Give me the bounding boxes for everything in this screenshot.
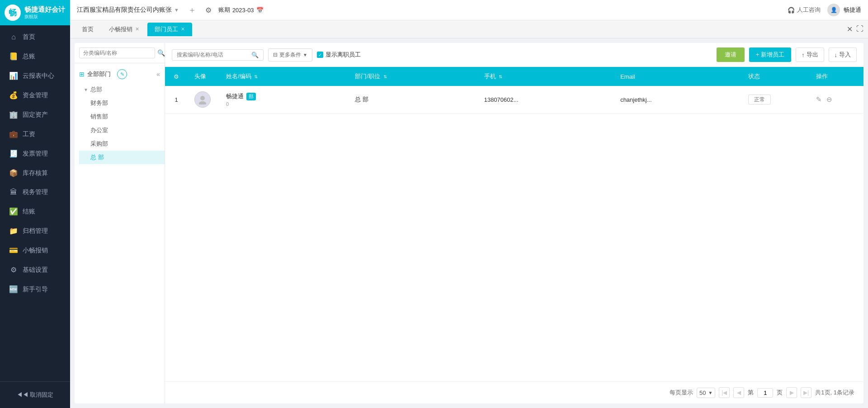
page-next-button[interactable]: ▶ — [786, 387, 797, 398]
dept-collapse-icon[interactable]: « — [156, 71, 160, 78]
expense-icon: 💳 — [9, 246, 18, 255]
dept-item-purchase[interactable]: 采购部 — [79, 137, 165, 151]
expand-icon[interactable]: ⛶ — [856, 25, 863, 33]
sidebar-item-archive[interactable]: 📁 归档管理 — [0, 221, 70, 241]
invoice-icon: 🧾 — [9, 149, 18, 158]
dept-group-header-root[interactable]: ▼ 总部 — [79, 83, 165, 96]
row-phone: 138070602... — [477, 86, 613, 114]
leave-employee-button[interactable]: ⊖ — [826, 95, 832, 104]
checkout-icon: ✅ — [9, 207, 18, 216]
filter-button[interactable]: ⊟ 更多条件 ▼ — [268, 48, 312, 62]
tab-department[interactable]: 部门员工 ✕ — [147, 23, 192, 36]
dept-edit-button[interactable]: ✎ — [117, 69, 127, 79]
import-button[interactable]: ↓ 导入 — [829, 47, 857, 62]
col-header-name[interactable]: 姓名/编码 ⇅ — [219, 67, 348, 86]
dept-item-office-label: 办公室 — [90, 127, 108, 133]
period-value: 2023-03 — [232, 7, 254, 14]
sidebar-item-guide[interactable]: 🆕 新手引导 — [0, 280, 70, 299]
sidebar-item-expense[interactable]: 💳 小畅报销 — [0, 241, 70, 260]
show-resigned-checkbox[interactable]: ✓ — [317, 52, 323, 58]
sidebar-item-guide-label: 新手引导 — [23, 285, 48, 294]
dept-item-finance-label: 财务部 — [90, 100, 108, 106]
col-header-settings[interactable]: ⚙ — [165, 67, 188, 86]
support-button[interactable]: 🎧 人工咨询 — [788, 6, 821, 14]
sidebar-item-expense-label: 小畅报销 — [23, 247, 48, 255]
employee-search-input[interactable] — [177, 52, 249, 58]
sidebar-item-assets[interactable]: 🏢 固定资产 — [0, 105, 70, 124]
sidebar-item-assets-label: 固定资产 — [23, 111, 48, 119]
col-header-dept[interactable]: 部门/职位 ⇅ — [348, 67, 477, 86]
tab-home[interactable]: 首页 — [75, 23, 101, 36]
sidebar-item-capital-label: 资金管理 — [23, 91, 48, 100]
arrow-down-icon: ▼ — [84, 87, 88, 92]
sort-name-icon: ⇅ — [254, 74, 258, 79]
sidebar-item-inventory[interactable]: 📦 库存核算 — [0, 163, 70, 183]
checkmark-icon: ✓ — [318, 52, 322, 57]
sidebar-item-home[interactable]: ⌂ 首页 — [0, 28, 70, 47]
tab-expense-label: 小畅报销 — [109, 25, 132, 33]
export-button[interactable]: ↑ 导出 — [796, 47, 824, 62]
dept-item-finance[interactable]: 财务部 — [79, 96, 165, 110]
search-icon[interactable]: 🔍 — [251, 52, 259, 58]
dept-item-office[interactable]: 办公室 — [79, 123, 165, 137]
invite-label: 邀请 — [725, 51, 736, 58]
sidebar-item-reports[interactable]: 📊 云报表中心 — [0, 66, 70, 85]
company-selector[interactable]: 江西服宝精品有限责任公司内账张 ▼ — [77, 6, 179, 14]
main-area: 江西服宝精品有限责任公司内账张 ▼ ＋ ⚙ 账期 2023-03 📅 🎧 人工咨… — [70, 0, 868, 408]
dept-search-icon[interactable]: 🔍 — [157, 49, 165, 57]
reports-icon: 📊 — [9, 71, 18, 80]
inventory-icon: 📦 — [9, 169, 18, 177]
cancel-pin-button[interactable]: ◀◀ 取消固定 — [0, 386, 70, 403]
per-page-select[interactable]: 50 ▼ — [697, 388, 715, 398]
sidebar-item-tax[interactable]: 🏛 税务管理 — [0, 183, 70, 202]
add-employee-button[interactable]: + 新增员工 — [749, 47, 791, 62]
dept-item-sales-label: 销售部 — [90, 113, 108, 120]
sidebar-item-capital[interactable]: 💰 资金管理 — [0, 85, 70, 105]
add-account-button[interactable]: ＋ — [186, 5, 198, 15]
dept-all-button[interactable]: ⊞ 全部部门 ✎ « — [75, 66, 165, 83]
dept-item-general[interactable]: 总 部 — [79, 151, 165, 164]
sidebar-item-ledger[interactable]: 📒 总账 — [0, 47, 70, 66]
dept-search-input[interactable] — [79, 47, 155, 58]
dept-tree: ⊞ 全部部门 ✎ « ▼ 总部 财务部 销 — [75, 63, 165, 403]
tab-expense[interactable]: 小畅报销 ✕ — [102, 23, 146, 36]
page-first-button[interactable]: |◀ — [719, 387, 730, 398]
sidebar-item-payroll[interactable]: 💼 工资 — [0, 124, 70, 144]
calendar-icon[interactable]: 📅 — [256, 7, 264, 14]
row-email: chanjethkj... — [613, 86, 741, 114]
edit-employee-button[interactable]: ✎ — [816, 95, 822, 104]
employee-panel: 🔍 ⊟ 更多条件 ▼ ✓ 显示离职员工 — [165, 43, 863, 403]
per-page-label: 每页显示 — [670, 389, 693, 397]
home-icon: ⌂ — [9, 33, 18, 41]
page-last-button[interactable]: ▶| — [801, 387, 811, 398]
sidebar-item-invoice[interactable]: 🧾 发票管理 — [0, 144, 70, 163]
page-input[interactable] — [757, 388, 773, 398]
import-icon: ↓ — [835, 52, 838, 58]
sidebar-item-settings[interactable]: ⚙ 基础设置 — [0, 260, 70, 280]
topbar-settings-icon[interactable]: ⚙ — [205, 6, 212, 14]
export-icon: ↑ — [802, 52, 805, 58]
close-panel-icon[interactable]: ✕ — [847, 25, 853, 33]
show-resigned-checkbox-label[interactable]: ✓ 显示离职员工 — [317, 51, 361, 59]
sidebar-item-checkout[interactable]: ✅ 结账 — [0, 202, 70, 221]
dept-group-root: ▼ 总部 财务部 销售部 办公室 采购部 — [75, 83, 165, 164]
dept-all-label: 全部部门 — [87, 70, 111, 78]
user-menu[interactable]: 👤 畅捷通 — [827, 4, 861, 16]
grid-icon: ⊞ — [79, 71, 85, 78]
tab-expense-close[interactable]: ✕ — [135, 26, 139, 32]
tax-icon: 🏛 — [9, 188, 18, 196]
dept-item-sales[interactable]: 销售部 — [79, 110, 165, 123]
sort-dept-icon: ⇅ — [383, 74, 387, 79]
page-prev-button[interactable]: ◀ — [733, 387, 744, 398]
col-header-phone[interactable]: 手机 ⇅ — [477, 67, 613, 86]
avatar-icon: 👤 — [830, 7, 837, 13]
row-actions: ✎ ⊖ — [809, 86, 863, 114]
tabs-right-actions: ✕ ⛶ — [847, 25, 863, 33]
sidebar-item-invoice-label: 发票管理 — [23, 150, 48, 158]
row-dept: 总 部 — [348, 86, 477, 114]
employee-code: 0 — [226, 101, 341, 107]
tab-department-close[interactable]: ✕ — [181, 26, 185, 32]
content-panel: 🔍 ⊞ 全部部门 ✎ « ▼ 总部 财 — [75, 43, 863, 403]
add-employee-label: + 新增员工 — [756, 51, 784, 59]
invite-button[interactable]: 邀请 — [717, 47, 745, 62]
